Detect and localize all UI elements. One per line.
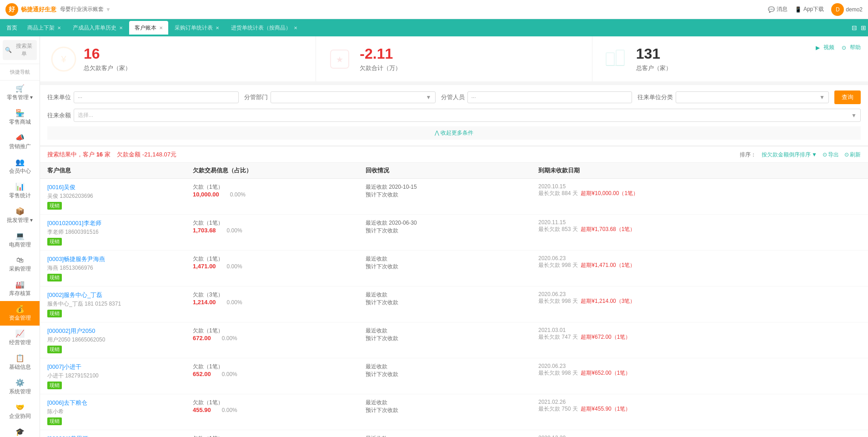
- collection-info-cell: 最近收款 预计下次收款: [366, 435, 538, 437]
- overdue-link[interactable]: 超期¥10,000.00（1笔）: [581, 190, 638, 196]
- overdue-link[interactable]: 超期¥1,214.00（3笔）: [581, 298, 635, 304]
- customer-name[interactable]: [000002]用户2050: [47, 327, 193, 335]
- video-label[interactable]: 视频: [823, 44, 834, 51]
- debt-percent: 0.00%: [227, 299, 242, 306]
- search-menu-btn[interactable]: 🔍 搜索菜单: [3, 40, 37, 60]
- sidebar-item-system[interactable]: ⚙️ 系统管理: [0, 375, 40, 399]
- filter-row-1: 往来单位 ··· 分管部门 ▼ 分管人员 ···: [47, 90, 861, 104]
- customer-name[interactable]: [0003]畅捷服务尹海燕: [47, 255, 193, 263]
- sidebar-item-inventory[interactable]: 🏭 库存核算: [0, 276, 40, 301]
- debt-total-label: 欠款合计（万）: [360, 64, 581, 72]
- duedate-cell: 2020.06.23 最长欠款 998 天 超期¥1,471.00（1笔）: [538, 255, 861, 269]
- overdue-link[interactable]: 超期¥672.00（1笔）: [581, 334, 631, 340]
- search-btn[interactable]: 查询: [834, 90, 861, 104]
- customer-name[interactable]: [0006]去下粮仓: [47, 399, 193, 407]
- source-unit-input[interactable]: ···: [74, 91, 239, 103]
- message-btn[interactable]: 💬 消息: [768, 5, 788, 13]
- sidebar-item-label: 批发管理 ▾: [7, 216, 33, 224]
- sort-prefix: 排序：: [740, 151, 756, 159]
- sidebar-item-wholesale-mgmt[interactable]: 📦 批发管理 ▾: [0, 203, 40, 228]
- col-header-customer: 客户信息: [47, 166, 193, 175]
- close-icon[interactable]: ✕: [216, 25, 219, 30]
- customer-info-cell: [0003]畅捷服务尹海燕 海燕 18513066976 现销: [47, 255, 193, 281]
- person-input[interactable]: ···: [467, 91, 632, 103]
- tab-goods-shelf[interactable]: 商品上下架 ✕: [22, 21, 66, 35]
- stat-info-debt-customers: 16 总欠款客户（家）: [84, 45, 305, 72]
- debt-row: 652.00 0.00%: [193, 371, 366, 377]
- customer-name[interactable]: [0001020001]李老师: [47, 219, 193, 227]
- tab-product-history-label: 产成品入库单历史: [73, 24, 116, 32]
- overdue-link[interactable]: 超期¥455.90（1笔）: [581, 406, 631, 412]
- tab-product-history[interactable]: 产成品入库单历史 ✕: [67, 21, 128, 35]
- sidebar-item-operations[interactable]: 📈 经营管理: [0, 326, 40, 350]
- next-payment: 预计下次收款: [366, 191, 538, 199]
- ecommerce-icon: 💻: [15, 231, 25, 240]
- total-customers-label: 总客户（家）: [636, 64, 857, 72]
- export-btn[interactable]: ⊙ 导出: [823, 151, 839, 159]
- last-payment: 最近收款 2020-06-30: [366, 219, 538, 227]
- logo-area: 好 畅捷通好生意: [5, 3, 56, 16]
- table-row: [0007]小进干 小进干 18279152100 现销 欠款（1笔） 652.…: [40, 358, 868, 394]
- collapse-row[interactable]: ⋀ 收起更多条件: [47, 126, 861, 140]
- enterprise-icon: 🤝: [15, 403, 25, 412]
- tabs-minimize-icon[interactable]: ⊟: [852, 24, 857, 31]
- sidebar-item-member-center[interactable]: 👥 会员中心: [0, 154, 40, 179]
- overdue-days: 最长欠款 747 天 超期¥672.00（1笔）: [538, 333, 861, 341]
- last-payment: 最近收款: [366, 291, 538, 299]
- sidebar-item-retail-mgmt[interactable]: 🛒 零售管理 ▾: [0, 80, 40, 105]
- close-icon[interactable]: ✕: [57, 25, 61, 30]
- tab-purchase-summary[interactable]: 采购订单统计表 ✕: [169, 21, 225, 35]
- unit-category-label: 往来单位分类: [637, 93, 673, 101]
- table-row: [0016]吴俊 吴俊 13026203696 现销 欠款（1笔） 10,000…: [40, 179, 868, 215]
- customer-name[interactable]: [0016]吴俊: [47, 183, 193, 191]
- tab-inventory-summary[interactable]: 进货单统计表（按商品） ✕: [226, 21, 303, 35]
- sidebar-item-retail-mall[interactable]: 🏪 零售商城: [0, 105, 40, 130]
- app-download-btn[interactable]: 📱 App下载: [795, 5, 824, 13]
- table-row: [0002]服务中心_丁磊 服务中心_丁磊 181 0125 8371 现销 欠…: [40, 286, 868, 322]
- overdue-link[interactable]: 超期¥1,703.68（1笔）: [581, 226, 635, 232]
- sidebar: 🔍 搜索菜单 快捷导航 🛒 零售管理 ▾ 🏪 零售商城 📣 营销推广 👥 会员中…: [0, 36, 40, 437]
- customer-name[interactable]: [0007]小进干: [47, 363, 193, 371]
- close-icon[interactable]: ✕: [119, 25, 123, 30]
- svg-text:¥: ¥: [60, 54, 66, 64]
- customer-name[interactable]: [000001]黄思源: [47, 435, 193, 437]
- help-label[interactable]: 帮助: [850, 44, 861, 51]
- sidebar-item-ecommerce[interactable]: 💻 电商管理: [0, 228, 40, 252]
- filter-balance: 往来余额 选择... ▼: [47, 109, 861, 122]
- sidebar-item-label: 企业协同: [9, 412, 31, 420]
- logo-text: 畅捷通好生意: [21, 5, 56, 14]
- dept-select[interactable]: ▼: [271, 91, 436, 103]
- stat-icon-total-customers: [603, 46, 629, 72]
- overdue-link[interactable]: 超期¥652.00（1笔）: [581, 370, 631, 376]
- tab-home[interactable]: 首页: [2, 21, 22, 35]
- debt-info-cell: 欠款（1笔） 429.00 0.00%: [193, 435, 366, 437]
- sidebar-item-newbie[interactable]: 🎓 新手引导: [0, 424, 40, 437]
- sidebar-item-capital[interactable]: 💰 资金管理: [0, 301, 40, 326]
- inventory-icon: 🏭: [15, 280, 25, 289]
- sidebar-item-basic-info[interactable]: 📋 基础信息: [0, 350, 40, 375]
- unit-category-select[interactable]: ▼: [676, 91, 829, 103]
- sidebar-item-purchase[interactable]: 🛍 采购管理: [0, 252, 40, 276]
- debt-info-cell: 欠款（3笔） 1,214.00 0.00%: [193, 291, 366, 306]
- sidebar-item-marketing[interactable]: 📣 营销推广: [0, 130, 40, 154]
- source-unit-label: 往来单位: [47, 93, 71, 101]
- balance-select[interactable]: 选择... ▼: [74, 109, 861, 122]
- store-selector[interactable]: 母婴行业演示账套 ▼: [60, 5, 111, 13]
- debt-amount: 652.00: [193, 371, 211, 377]
- close-icon[interactable]: ✕: [294, 25, 297, 30]
- sort-btn[interactable]: 按欠款金额倒序排序 ▼: [762, 151, 817, 159]
- refresh-btn[interactable]: ⊙ 刷新: [844, 151, 861, 159]
- chevron-down-icon: ▼: [819, 94, 825, 100]
- tabs-maximize-icon[interactable]: ⊞: [861, 24, 866, 31]
- sidebar-item-retail-stats[interactable]: 📊 零售统计: [0, 179, 40, 203]
- debt-row: 1,471.00 0.00%: [193, 263, 366, 270]
- close-icon[interactable]: ✕: [159, 25, 163, 30]
- sidebar-item-label: 采购管理: [9, 265, 31, 273]
- user-menu[interactable]: D demo2: [831, 3, 863, 16]
- tab-customer-account[interactable]: 客户账本 ✕: [129, 21, 168, 35]
- overdue-link[interactable]: 超期¥1,471.00（1笔）: [581, 262, 635, 268]
- main-layout: 🔍 搜索菜单 快捷导航 🛒 零售管理 ▾ 🏪 零售商城 📣 营销推广 👥 会员中…: [0, 36, 868, 437]
- customer-name[interactable]: [0002]服务中心_丁磊: [47, 291, 193, 299]
- sidebar-item-enterprise[interactable]: 🤝 企业协同: [0, 399, 40, 424]
- newbie-icon: 🎓: [15, 427, 25, 436]
